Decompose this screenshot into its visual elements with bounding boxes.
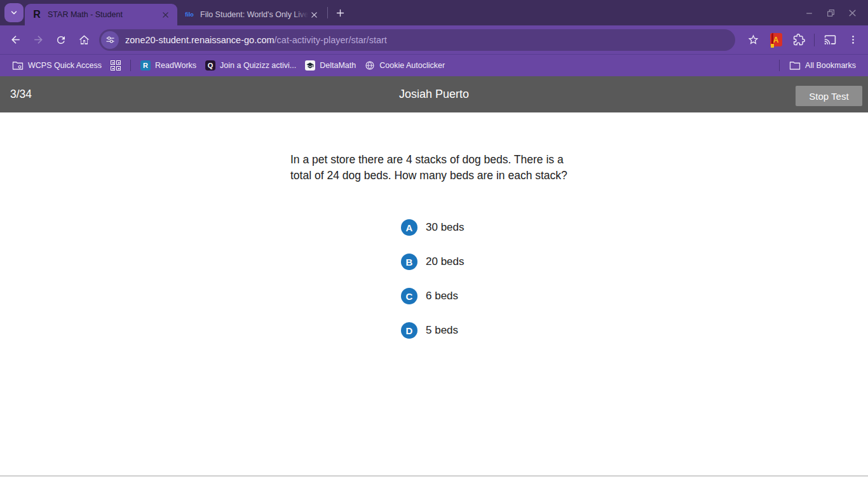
- menu-dots-icon[interactable]: [841, 29, 864, 51]
- bookmark-label: Join a Quizizz activi...: [220, 61, 296, 70]
- answer-text: 30 beds: [426, 221, 465, 234]
- filo-icon: filo: [184, 9, 195, 20]
- url-path: /cat-activity-player/star/start: [275, 35, 387, 45]
- back-arrow-icon[interactable]: [4, 29, 27, 51]
- tab-title: Filo Student: World's Only Live I: [200, 10, 308, 19]
- stop-test-button[interactable]: Stop Test: [796, 86, 862, 106]
- close-icon[interactable]: [308, 9, 320, 20]
- student-name: Josiah Puerto: [0, 88, 868, 101]
- tab-divider: [327, 7, 328, 18]
- bookmark-wcps-quick-access[interactable]: WCPS Quick Access: [8, 57, 106, 74]
- address-bar[interactable]: zone20-student.renaissance-go.com/cat-ac…: [99, 29, 735, 51]
- tab-title: STAR Math - Student: [48, 10, 159, 19]
- cast-icon[interactable]: [818, 29, 841, 51]
- toolbar-divider: [814, 34, 815, 46]
- answer-option-c[interactable]: C 6 beds: [401, 288, 868, 304]
- question-area: In a pet store there are 4 stacks of dog…: [0, 112, 868, 439]
- bookmarks-bar: WCPS Quick Access R ReadWorks Q Join a Q…: [0, 54, 868, 76]
- tab-strip: R STAR Math - Student filo Filo Student:…: [0, 0, 868, 25]
- extensions-puzzle-icon[interactable]: [787, 29, 810, 51]
- home-icon[interactable]: [72, 29, 95, 51]
- apps-grid-icon: [111, 60, 121, 71]
- reload-icon[interactable]: [50, 29, 72, 51]
- graduation-cap-icon: [305, 60, 315, 71]
- bookmark-apps-grid[interactable]: [106, 57, 125, 74]
- bookmark-cookie-autoclicker[interactable]: Cookie Autoclicker: [360, 57, 449, 74]
- bookmark-label: ReadWorks: [155, 61, 196, 70]
- answer-options: A 30 beds B 20 beds C 6 beds D 5 beds: [401, 219, 868, 339]
- answer-letter-badge[interactable]: B: [401, 254, 417, 270]
- forward-arrow-icon[interactable]: [27, 29, 50, 51]
- browser-toolbar: zone20-student.renaissance-go.com/cat-ac…: [0, 25, 868, 54]
- tab-filo-student[interactable]: filo Filo Student: World's Only Live I: [177, 4, 326, 25]
- close-icon[interactable]: [159, 9, 171, 20]
- quizizz-q-icon: Q: [205, 60, 215, 71]
- question-text: In a pet store there are 4 stacks of dog…: [290, 112, 578, 184]
- minimize-icon[interactable]: [798, 2, 820, 24]
- answer-text: 5 beds: [426, 324, 458, 337]
- renaissance-r-icon: R: [31, 9, 43, 20]
- bookmark-star-icon[interactable]: [742, 29, 764, 51]
- tab-search-button[interactable]: [4, 3, 24, 22]
- answer-letter-badge[interactable]: D: [401, 322, 417, 339]
- bookmark-label: WCPS Quick Access: [28, 61, 102, 70]
- globe-icon: [365, 60, 375, 71]
- restore-icon[interactable]: [820, 2, 841, 24]
- question-line: In a pet store there are 4 stacks of dog…: [290, 152, 578, 168]
- close-window-icon[interactable]: [841, 2, 863, 24]
- managed-folder-icon: [12, 60, 24, 71]
- answer-option-d[interactable]: D 5 beds: [401, 322, 868, 339]
- folder-icon: [789, 60, 801, 71]
- question-progress: 3/34: [10, 88, 32, 101]
- test-header: 3/34 Josiah Puerto Stop Test: [0, 76, 868, 112]
- dictionary-extension-icon[interactable]: A: [764, 29, 787, 51]
- bookmark-deltamath[interactable]: DeltaMath: [301, 57, 360, 74]
- tab-star-math[interactable]: R STAR Math - Student: [25, 4, 177, 25]
- url-domain: zone20-student.renaissance-go.com: [125, 35, 275, 45]
- url-text: zone20-student.renaissance-go.com/cat-ac…: [125, 35, 387, 45]
- question-line: total of 24 dog beds. How many beds are …: [290, 168, 578, 184]
- answer-letter-badge[interactable]: A: [401, 219, 417, 236]
- window-controls: [798, 0, 863, 25]
- answer-option-b[interactable]: B 20 beds: [401, 254, 868, 270]
- answer-option-a[interactable]: A 30 beds: [401, 219, 868, 236]
- bookmark-quizizz[interactable]: Q Join a Quizizz activi...: [201, 57, 301, 74]
- bookmarks-divider: [130, 60, 131, 71]
- answer-letter-badge[interactable]: C: [401, 288, 417, 304]
- bookmarks-right: All Bookmarks: [774, 57, 860, 74]
- readworks-r-icon: R: [140, 60, 151, 71]
- bookmark-label: DeltaMath: [320, 61, 356, 70]
- page-divider: [0, 475, 868, 477]
- bookmarks-divider: [779, 60, 780, 71]
- answer-text: 20 beds: [426, 255, 465, 268]
- chevron-down-icon: [10, 8, 18, 17]
- all-bookmarks-button[interactable]: All Bookmarks: [785, 57, 860, 74]
- answer-text: 6 beds: [426, 290, 458, 302]
- site-settings-icon[interactable]: [101, 31, 119, 49]
- toolbar-right: A: [742, 29, 864, 51]
- bookmark-label: Cookie Autoclicker: [379, 61, 445, 70]
- new-tab-button[interactable]: [332, 4, 348, 21]
- bookmark-readworks[interactable]: R ReadWorks: [136, 57, 201, 74]
- all-bookmarks-label: All Bookmarks: [805, 61, 856, 70]
